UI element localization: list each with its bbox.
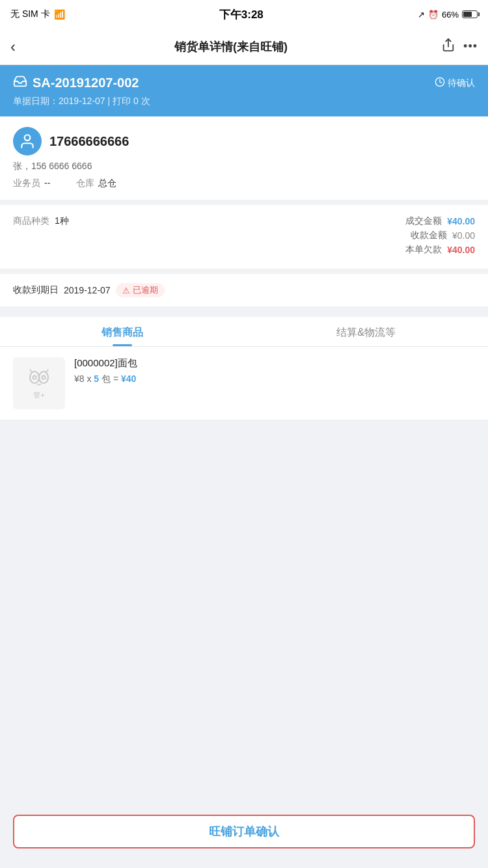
- more-icon[interactable]: •••: [463, 40, 478, 53]
- divider-2: [0, 269, 488, 274]
- tab-settlement[interactable]: 结算&物流等: [244, 317, 488, 346]
- tab-settlement-label: 结算&物流等: [336, 327, 396, 338]
- customer-meta: 业务员 -- 仓库 总仓: [13, 178, 475, 189]
- product-kinds-row: 商品种类 1种: [13, 215, 244, 227]
- order-banner-top: SA-20191207-002 待确认: [13, 74, 475, 92]
- overdue-icon: ⚠: [122, 286, 130, 295]
- order-id: SA-20191207-002: [13, 74, 139, 92]
- order-banner: SA-20191207-002 待确认 单据日期：2019-12-07 | 打印…: [0, 65, 488, 116]
- customer-name: 张，156 6666 6666: [13, 161, 475, 172]
- order-date: 单据日期：2019-12-07 | 打印 0 次: [13, 96, 475, 107]
- back-button[interactable]: ‹: [10, 35, 21, 59]
- clock-icon: [435, 77, 445, 89]
- due-date-value: 2019-12-07: [64, 285, 111, 295]
- overdue-text: 已逾期: [133, 284, 158, 296]
- product-kinds-label: 商品种类: [13, 215, 49, 227]
- summary-right: 成交金额 ¥40.00 收款金额 ¥0.00 本单欠款 ¥40.00: [244, 215, 475, 258]
- product-total: ¥40: [121, 373, 136, 384]
- summary-left: 商品种类 1种: [13, 215, 244, 258]
- product-thumbnail: 管+: [13, 357, 65, 409]
- location-icon: ↗: [418, 10, 425, 20]
- alarm-icon: ⏰: [428, 10, 439, 20]
- received-row: 收款金额 ¥0.00: [244, 230, 475, 241]
- salesperson-item: 业务员 --: [13, 178, 50, 189]
- product-price: ¥8: [74, 373, 85, 384]
- confirm-button-wrap: 旺铺订单确认: [0, 815, 488, 848]
- carrier-text: 无 SIM 卡: [10, 8, 50, 20]
- svg-point-2: [25, 135, 31, 141]
- product-list: 管+ [0000002]面包 ¥8 x 5 包 = ¥40: [0, 347, 488, 420]
- due-section: 收款到期日 2019-12-07 ⚠ 已逾期: [0, 274, 488, 306]
- product-item: 管+ [0000002]面包 ¥8 x 5 包 = ¥40: [0, 347, 488, 420]
- page-title: 销货单详情(来自旺铺): [21, 39, 441, 55]
- avatar: [13, 127, 42, 156]
- received-value: ¥0.00: [452, 230, 475, 241]
- svg-point-8: [43, 376, 45, 378]
- overdue-badge: ⚠ 已逾期: [116, 283, 165, 297]
- share-icon[interactable]: [441, 38, 455, 55]
- warehouse-item: 仓库 总仓: [76, 178, 116, 189]
- product-info: [0000002]面包 ¥8 x 5 包 = ¥40: [74, 357, 475, 385]
- status-time: 下午3:28: [219, 7, 264, 22]
- confirm-button[interactable]: 旺铺订单确认: [13, 815, 475, 848]
- due-date-label: 收款到期日: [13, 284, 59, 296]
- nav-actions: •••: [441, 38, 478, 55]
- owed-row: 本单欠款 ¥40.00: [244, 244, 475, 256]
- product-qty: 5: [94, 373, 99, 384]
- product-unit: 包: [102, 373, 111, 384]
- owed-label: 本单欠款: [405, 244, 442, 256]
- salesperson-label: 业务员: [13, 178, 40, 189]
- status-right: ↗ ⏰ 66%: [418, 10, 478, 20]
- tabs-bar: 销售商品 结算&物流等: [0, 317, 488, 347]
- summary-section: 商品种类 1种 成交金额 ¥40.00 收款金额 ¥0.00 本单欠款 ¥40.…: [0, 205, 488, 269]
- deal-amount-value: ¥40.00: [447, 216, 475, 226]
- deal-amount-label: 成交金额: [405, 215, 442, 227]
- product-price-row: ¥8 x 5 包 = ¥40: [74, 373, 475, 385]
- customer-row: 17666666666: [13, 127, 475, 156]
- warehouse-label: 仓库: [76, 178, 94, 189]
- battery-percent: 66%: [442, 10, 459, 20]
- product-name: [0000002]面包: [74, 357, 475, 370]
- status-text: 待确认: [448, 77, 475, 89]
- svg-point-7: [34, 376, 36, 378]
- bottom-spacer: [0, 420, 488, 550]
- deal-amount-row: 成交金额 ¥40.00: [244, 215, 475, 227]
- customer-phone: 17666666666: [49, 134, 129, 149]
- warehouse-value: 总仓: [98, 178, 116, 189]
- order-status: 待确认: [435, 77, 475, 89]
- customer-section: 17666666666 张，156 6666 6666 业务员 -- 仓库 总仓: [0, 116, 488, 200]
- wifi-icon: 📶: [54, 9, 65, 20]
- received-label: 收款金额: [411, 230, 447, 241]
- nav-bar: ‹ 销货单详情(来自旺铺) •••: [0, 29, 488, 65]
- confirm-button-label: 旺铺订单确认: [209, 824, 279, 839]
- order-inbox-icon: [13, 74, 27, 92]
- product-kinds-value: 1种: [55, 215, 69, 227]
- divider-3: [0, 306, 488, 312]
- battery-icon: [462, 10, 478, 18]
- tab-sales-products[interactable]: 销售商品: [0, 317, 244, 346]
- owed-value: ¥40.00: [447, 245, 475, 255]
- product-thumb-inner: 管+: [25, 367, 53, 400]
- divider-1: [0, 200, 488, 205]
- order-id-text: SA-20191207-002: [33, 75, 139, 90]
- tab-sales-label: 销售商品: [102, 327, 143, 338]
- brand-text: 管+: [33, 390, 44, 400]
- salesperson-value: --: [44, 178, 50, 189]
- status-carrier: 无 SIM 卡 📶: [10, 8, 65, 20]
- status-bar: 无 SIM 卡 📶 下午3:28 ↗ ⏰ 66%: [0, 0, 488, 29]
